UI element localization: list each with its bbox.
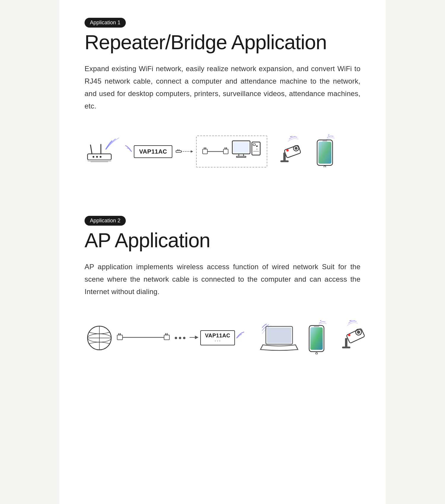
svg-rect-47	[164, 335, 169, 340]
wifi-signal-icon	[123, 143, 134, 160]
smartphone2-icon	[307, 320, 330, 355]
svg-rect-57	[314, 326, 319, 327]
security-camera-icon	[276, 136, 309, 167]
svg-rect-9	[177, 149, 178, 151]
right-device-icons	[276, 135, 338, 168]
arrow-icon-1	[190, 334, 198, 342]
svg-rect-38	[322, 141, 327, 141]
app1-section: Application 1 Repeater/Bridge Applicatio…	[85, 18, 360, 174]
svg-rect-53	[267, 328, 291, 343]
app1-diagram: VAP11AC	[85, 129, 360, 174]
app1-title: Repeater/Bridge Application	[85, 31, 360, 54]
vap11ac-box-2: VAP11AC · · ·	[200, 330, 235, 345]
cable-computer-box	[196, 135, 267, 168]
wifi-right-icon	[235, 329, 248, 347]
svg-point-37	[324, 166, 326, 167]
svg-rect-28	[253, 151, 259, 152]
laptop-icon	[260, 321, 298, 355]
svg-point-27	[256, 149, 258, 150]
svg-rect-33	[283, 152, 286, 161]
svg-rect-34	[280, 160, 289, 162]
svg-rect-23	[236, 156, 246, 157]
app1-description: Expand existing WiFi network, easily rea…	[85, 63, 360, 112]
svg-point-3	[93, 156, 94, 158]
app2-badge: Application 2	[85, 216, 126, 226]
svg-point-4	[96, 156, 98, 158]
router-icon	[85, 137, 123, 166]
app2-section: Application 2 AP Application AP applicat…	[85, 216, 360, 361]
vap11ac-box-1: VAP11AC	[134, 145, 172, 158]
dots-connector-1	[175, 337, 185, 339]
svg-point-26	[256, 146, 258, 147]
svg-rect-63	[342, 347, 350, 348]
svg-rect-43	[117, 335, 123, 340]
svg-point-5	[100, 156, 101, 158]
svg-line-1	[90, 145, 92, 154]
svg-rect-55	[310, 327, 323, 350]
globe-icon	[85, 323, 114, 353]
cable-icon	[202, 143, 229, 160]
smartphone-icon	[315, 135, 338, 168]
connector-arrow-1	[175, 149, 193, 154]
app1-badge: Application 1	[85, 18, 126, 28]
svg-rect-15	[205, 147, 206, 149]
svg-rect-17	[223, 149, 228, 154]
svg-rect-36	[318, 142, 331, 164]
svg-rect-10	[179, 149, 179, 151]
svg-rect-21	[233, 142, 249, 153]
svg-marker-12	[191, 150, 193, 153]
cable-connector-icon	[117, 331, 170, 344]
svg-rect-8	[176, 151, 181, 152]
app2-title: AP Application	[85, 229, 360, 252]
svg-rect-25	[253, 144, 255, 146]
svg-point-31	[294, 146, 298, 150]
svg-point-61	[348, 334, 350, 336]
svg-rect-14	[204, 147, 205, 149]
svg-rect-13	[203, 149, 207, 154]
svg-rect-49	[167, 333, 168, 335]
vap11ac-section-2: VAP11AC · · ·	[200, 329, 248, 347]
svg-rect-18	[225, 147, 225, 149]
svg-point-56	[316, 353, 317, 354]
svg-rect-0	[88, 154, 111, 160]
app2-description: AP application implements wireless acces…	[85, 261, 360, 298]
app2-diagram: VAP11AC · · ·	[85, 314, 360, 361]
svg-rect-48	[165, 333, 166, 335]
svg-rect-44	[118, 333, 119, 335]
svg-point-32	[286, 149, 289, 151]
svg-rect-62	[345, 338, 347, 347]
svg-rect-19	[226, 147, 227, 149]
computer-icon	[232, 140, 261, 163]
security-camera2-icon	[338, 320, 374, 355]
app2-right-icons	[260, 320, 374, 355]
svg-rect-7	[90, 161, 108, 162]
svg-rect-45	[120, 333, 121, 335]
page-container: Application 1 Repeater/Bridge Applicatio…	[59, 0, 386, 504]
